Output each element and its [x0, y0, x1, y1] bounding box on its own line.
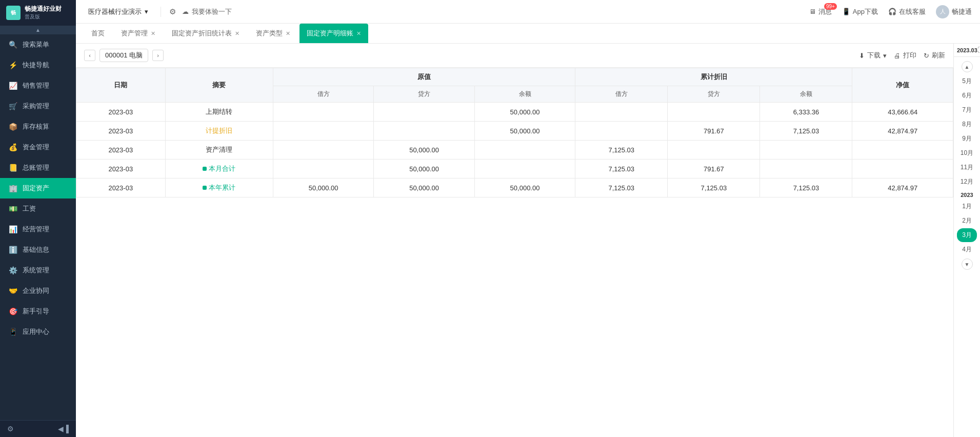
tab-close-depreciation-table[interactable]: ✕	[235, 30, 239, 37]
cell-accum-credit-1: 791.67	[668, 122, 760, 141]
cell-orig-debit-1	[273, 122, 373, 141]
sidebar-item-guide[interactable]: 🎯 新手引导	[0, 301, 76, 322]
tab-asset-type[interactable]: 资产类型✕	[249, 24, 297, 43]
refresh-btn[interactable]: ↻ 刷新	[924, 51, 945, 60]
timeline-month-1月[interactable]: 1月	[957, 200, 977, 213]
tab-close-asset-type[interactable]: ✕	[286, 30, 290, 37]
cell-accum-credit-0	[668, 103, 760, 122]
timeline-month-2月[interactable]: 2月	[957, 214, 977, 228]
sidebar-item-app-center[interactable]: 📱 应用中心	[0, 322, 76, 342]
sidebar-item-purchase[interactable]: 🛒 采购管理	[0, 96, 76, 116]
user-menu[interactable]: 人 畅捷通	[936, 5, 972, 18]
timeline-nav-up[interactable]: ▲	[962, 61, 973, 72]
header-net-value: 净值	[852, 68, 953, 103]
sidebar-scroll-up[interactable]: ▲	[0, 26, 76, 34]
print-label: 打印	[903, 51, 916, 60]
refresh-icon: ↻	[924, 52, 929, 59]
tab-close-asset-detail[interactable]: ✕	[356, 30, 361, 37]
table-toolbar: ‹ 000001 电脑 › ⬇ 下载 ▾ 🖨 打印 ↻	[76, 44, 953, 68]
sidebar-item-general-ledger[interactable]: 📒 总账管理	[0, 157, 76, 178]
sidebar-label-system: 系统管理	[23, 266, 49, 275]
sidebar: 畅 畅捷通好业财 普及版 ▲ 🔍 搜索菜单 ⚡ 快捷导航 📈 销售管理 🛒 采购…	[0, 0, 76, 437]
sidebar-item-system[interactable]: ⚙️ 系统管理	[0, 260, 76, 281]
timeline-month-4月[interactable]: 4月	[957, 243, 977, 256]
sidebar-item-fixed-assets[interactable]: 🏢 固定资产	[0, 178, 76, 198]
basic-info-icon: ℹ️	[8, 245, 17, 254]
sidebar-label-purchase: 采购管理	[23, 102, 49, 111]
sidebar-item-finance[interactable]: 💰 资金管理	[0, 137, 76, 157]
topbar-right: 🖥 消息 99+ 📱 App下载 🎧 在线客服 人 畅捷通	[809, 5, 972, 18]
topbar: 医疗器械行业演示 ▾ ⚙ ☁ 我要体验一下 🖥 消息 99+ 📱 App下载 🎧…	[76, 0, 980, 24]
cell-net-value-3	[852, 160, 953, 178]
timeline-month-6月[interactable]: 6月	[957, 89, 977, 103]
operations-icon: 📊	[8, 225, 17, 234]
timeline-month-8月[interactable]: 8月	[957, 117, 977, 131]
data-table: 日期 摘要 原值 累计折旧 净值 借方 贷方 余额 借方 贷方 余额	[76, 68, 953, 197]
table-row: 2023-03 资产清理 50,000.00 7,125.03	[76, 141, 953, 160]
experience-btn[interactable]: ☁ 我要体验一下	[182, 7, 232, 16]
timeline-month-10月[interactable]: 10月	[957, 146, 977, 160]
experience-icon: ☁	[182, 8, 189, 15]
tab-home[interactable]: 首页	[84, 24, 112, 43]
timeline-month-3月[interactable]: 3月	[957, 228, 977, 242]
download-toolbar-btn[interactable]: ⬇ 下载 ▾	[859, 51, 887, 60]
sidebar-label-basic-info: 基础信息	[23, 245, 49, 254]
cell-summary-1[interactable]: 计提折旧	[165, 122, 273, 141]
timeline-month-12月[interactable]: 12月	[957, 175, 977, 189]
tab-asset-mgmt[interactable]: 资产管理✕	[114, 24, 163, 43]
timeline-expand-icon[interactable]: ⛶	[977, 46, 980, 54]
sidebar-item-operations[interactable]: 📊 经营管理	[0, 219, 76, 240]
cell-accum-debit-2: 7,125.03	[575, 141, 668, 160]
data-table-wrap: 日期 摘要 原值 累计折旧 净值 借方 贷方 余额 借方 贷方 余额	[76, 68, 953, 437]
print-btn[interactable]: 🖨 打印	[894, 51, 916, 60]
sidebar-label-app-center: 应用中心	[23, 327, 49, 336]
notification-btn[interactable]: 🖥 消息 99+	[809, 7, 832, 16]
prev-asset-btn[interactable]: ‹	[84, 50, 95, 61]
timeline-nav-down[interactable]: ▼	[962, 259, 973, 270]
sidebar-item-quick-nav[interactable]: ⚡ 快捷导航	[0, 55, 76, 75]
tab-label-depreciation-table: 固定资产折旧统计表	[172, 29, 232, 38]
company-selector[interactable]: 医疗器械行业演示 ▾	[84, 5, 152, 18]
cell-orig-debit-4: 50,000.00	[273, 178, 373, 197]
sidebar-item-search[interactable]: 🔍 搜索菜单	[0, 34, 76, 55]
timeline-month-5月[interactable]: 5月	[957, 74, 977, 88]
inventory-icon: 📦	[8, 122, 17, 131]
sidebar-label-quick-nav: 快捷导航	[23, 61, 49, 70]
subheader-orig-debit: 借方	[273, 86, 373, 103]
cell-orig-debit-2	[273, 141, 373, 160]
tab-close-asset-mgmt[interactable]: ✕	[151, 30, 155, 37]
next-asset-btn[interactable]: ›	[152, 50, 164, 61]
cell-accum-debit-3: 7,125.03	[575, 160, 668, 178]
subheader-accum-debit: 借方	[575, 86, 668, 103]
tab-asset-detail[interactable]: 固定资产明细账✕	[299, 24, 368, 43]
sidebar-label-general-ledger: 总账管理	[23, 163, 49, 172]
settings-icon[interactable]: ⚙	[7, 425, 14, 433]
timeline-month-11月[interactable]: 11月	[957, 161, 977, 174]
sidebar-item-payroll[interactable]: 💵 工资	[0, 198, 76, 219]
cell-summary-3: 本月合计	[165, 160, 273, 178]
content-area: ‹ 000001 电脑 › ⬇ 下载 ▾ 🖨 打印 ↻	[76, 44, 980, 437]
customer-service-btn[interactable]: 🎧 在线客服	[888, 7, 926, 16]
cell-net-value-2	[852, 141, 953, 160]
timeline-month-9月[interactable]: 9月	[957, 132, 977, 146]
subheader-orig-balance: 余额	[474, 86, 575, 103]
headset-icon: 🎧	[888, 8, 896, 15]
tab-label-asset-mgmt: 资产管理	[121, 29, 148, 38]
sidebar-item-basic-info[interactable]: ℹ️ 基础信息	[0, 240, 76, 260]
timeline-month-7月[interactable]: 7月	[957, 103, 977, 117]
collapse-icon[interactable]: ◀▐	[58, 425, 69, 433]
sidebar-item-inventory[interactable]: 📦 库存核算	[0, 116, 76, 137]
download-btn[interactable]: 📱 App下载	[842, 7, 878, 16]
table-row: 2023-03 计提折旧 50,000.00 791.67 7,125.03 4…	[76, 122, 953, 141]
header-summary: 摘要	[165, 68, 273, 103]
sidebar-item-sales[interactable]: 📈 销售管理	[0, 75, 76, 96]
cell-summary-0: 上期结转	[165, 103, 273, 122]
tab-depreciation-table[interactable]: 固定资产折旧统计表✕	[165, 24, 247, 43]
download-label: App下载	[853, 7, 878, 16]
cell-orig-credit-0	[374, 103, 474, 122]
settings-icon[interactable]: ⚙	[169, 7, 176, 16]
sidebar-nav: 🔍 搜索菜单 ⚡ 快捷导航 📈 销售管理 🛒 采购管理 📦 库存核算 💰 资金管…	[0, 34, 76, 420]
sidebar-item-collab[interactable]: 🤝 企业协同	[0, 281, 76, 301]
download-label: 下载	[867, 51, 881, 60]
download-icon: ⬇	[859, 52, 865, 59]
